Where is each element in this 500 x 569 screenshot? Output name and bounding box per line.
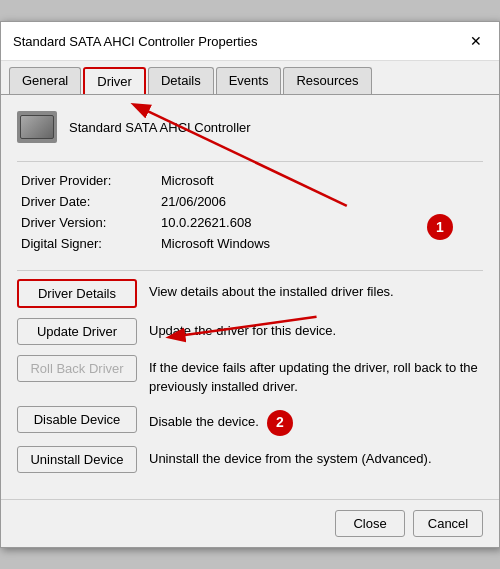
divider-mid	[17, 270, 483, 271]
tab-general[interactable]: General	[9, 67, 81, 94]
action-row-roll-back-driver: Roll Back Driver If the device fails aft…	[17, 355, 483, 395]
action-row-update-driver: Update Driver Update the driver for this…	[17, 318, 483, 345]
info-row: Digital Signer:Microsoft Windows	[17, 233, 483, 254]
info-label: Digital Signer:	[17, 233, 157, 254]
badge-2: 2	[267, 410, 293, 436]
info-label: Driver Date:	[17, 191, 157, 212]
info-row: Driver Provider:Microsoft	[17, 170, 483, 191]
roll-back-driver-description: If the device fails after updating the d…	[149, 355, 483, 395]
actions-list: Driver Details View details about the in…	[17, 279, 483, 472]
tab-resources[interactable]: Resources	[283, 67, 371, 94]
update-driver-description: Update the driver for this device.	[149, 318, 483, 340]
info-row: Driver Date:21/06/2006	[17, 191, 483, 212]
driver-details-button[interactable]: Driver Details	[17, 279, 137, 308]
tab-details[interactable]: Details	[148, 67, 214, 94]
info-label: Driver Version:	[17, 212, 157, 233]
action-row-uninstall-device: Uninstall Device Uninstall the device fr…	[17, 446, 483, 473]
info-label: Driver Provider:	[17, 170, 157, 191]
tab-bar: General Driver Details Events Resources	[1, 61, 499, 95]
device-header: Standard SATA AHCI Controller	[17, 111, 483, 143]
tab-events[interactable]: Events	[216, 67, 282, 94]
info-row: Driver Version:10.0.22621.608	[17, 212, 483, 233]
roll-back-driver-button[interactable]: Roll Back Driver	[17, 355, 137, 382]
close-window-button[interactable]: ✕	[465, 30, 487, 52]
divider-top	[17, 161, 483, 162]
driver-details-description: View details about the installed driver …	[149, 279, 483, 301]
footer: Close Cancel	[1, 499, 499, 547]
device-name: Standard SATA AHCI Controller	[69, 120, 251, 135]
info-value: 21/06/2006	[157, 191, 483, 212]
action-row-driver-details: Driver Details View details about the in…	[17, 279, 483, 308]
cancel-button[interactable]: Cancel	[413, 510, 483, 537]
info-value: Microsoft	[157, 170, 483, 191]
tab-content: Standard SATA AHCI Controller Driver Pro…	[1, 95, 499, 498]
action-row-disable-device: Disable Device Disable the device.2	[17, 406, 483, 436]
close-button[interactable]: Close	[335, 510, 405, 537]
tab-driver[interactable]: Driver	[83, 67, 146, 94]
uninstall-device-button[interactable]: Uninstall Device	[17, 446, 137, 473]
driver-info-table: Driver Provider:MicrosoftDriver Date:21/…	[17, 170, 483, 254]
update-driver-button[interactable]: Update Driver	[17, 318, 137, 345]
window-title: Standard SATA AHCI Controller Properties	[13, 34, 257, 49]
uninstall-device-description: Uninstall the device from the system (Ad…	[149, 446, 483, 468]
disable-device-button[interactable]: Disable Device	[17, 406, 137, 433]
title-bar: Standard SATA AHCI Controller Properties…	[1, 22, 499, 61]
disable-device-description: Disable the device.2	[149, 406, 483, 436]
properties-window: Standard SATA AHCI Controller Properties…	[0, 21, 500, 547]
device-icon	[17, 111, 57, 143]
